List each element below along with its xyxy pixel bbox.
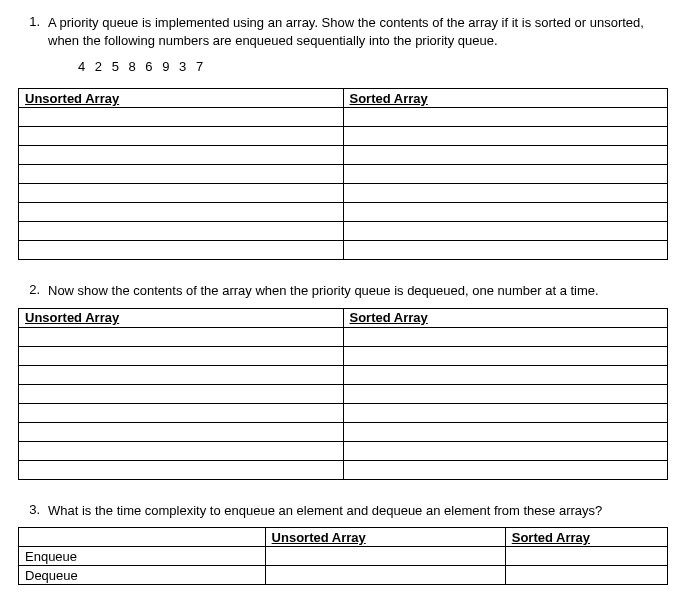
cell-unsorted [265,547,505,566]
table-row [19,222,668,241]
q2-table: Unsorted Array Sorted Array [18,308,668,480]
cell-unsorted [19,441,344,460]
header-unsorted: Unsorted Array [265,528,505,547]
cell-unsorted [19,165,344,184]
cell-unsorted [19,146,344,165]
cell-unsorted [19,460,344,479]
question-1-numbers: 4 2 5 8 6 9 3 7 [78,59,668,74]
question-1-text: A priority queue is implemented using an… [48,14,668,49]
table-row [19,384,668,403]
table-row [19,241,668,260]
question-1: 1. A priority queue is implemented using… [18,14,668,49]
table-row [19,127,668,146]
cell-unsorted [19,108,344,127]
table-row [19,365,668,384]
question-2-text: Now show the contents of the array when … [48,282,668,300]
cell-sorted [343,108,668,127]
cell-sorted [343,203,668,222]
cell-sorted [343,222,668,241]
header-sorted: Sorted Array [343,308,668,327]
cell-unsorted [19,327,344,346]
question-3-text: What is the time complexity to enqueue a… [48,502,668,520]
table-row [19,460,668,479]
cell-unsorted [19,241,344,260]
question-3-number: 3. [18,502,48,520]
cell-sorted [343,384,668,403]
cell-sorted [343,403,668,422]
header-unsorted: Unsorted Array [19,308,344,327]
worksheet-page: 1. A priority queue is implemented using… [0,0,686,593]
cell-sorted [343,346,668,365]
table-row [19,165,668,184]
cell-unsorted [19,422,344,441]
cell-unsorted [19,365,344,384]
cell-sorted [343,365,668,384]
table-row [19,108,668,127]
table-row [19,327,668,346]
cell-sorted [343,422,668,441]
row-label-dequeue: Dequeue [19,566,266,585]
table-row [19,146,668,165]
table-row [19,422,668,441]
q3-table: Unsorted Array Sorted Array Enqueue Dequ… [18,527,668,585]
question-2-number: 2. [18,282,48,300]
question-2: 2. Now show the contents of the array wh… [18,282,668,300]
cell-sorted [343,165,668,184]
table-row: Dequeue [19,566,668,585]
q1-table: Unsorted Array Sorted Array [18,88,668,260]
cell-sorted [505,547,667,566]
table-header-row: Unsorted Array Sorted Array [19,528,668,547]
cell-sorted [343,184,668,203]
cell-sorted [343,127,668,146]
table-row [19,346,668,365]
cell-unsorted [19,203,344,222]
table-header-row: Unsorted Array Sorted Array [19,89,668,108]
question-3: 3. What is the time complexity to enqueu… [18,502,668,520]
cell-sorted [343,460,668,479]
cell-unsorted [265,566,505,585]
cell-sorted [343,327,668,346]
question-1-number: 1. [18,14,48,49]
cell-unsorted [19,403,344,422]
table-row [19,184,668,203]
cell-unsorted [19,127,344,146]
row-label-enqueue: Enqueue [19,547,266,566]
header-empty [19,528,266,547]
table-row [19,441,668,460]
cell-unsorted [19,384,344,403]
table-row [19,203,668,222]
cell-unsorted [19,346,344,365]
table-row [19,403,668,422]
cell-unsorted [19,222,344,241]
table-row: Enqueue [19,547,668,566]
header-sorted: Sorted Array [343,89,668,108]
cell-sorted [343,241,668,260]
header-sorted: Sorted Array [505,528,667,547]
cell-sorted [505,566,667,585]
table-header-row: Unsorted Array Sorted Array [19,308,668,327]
cell-sorted [343,146,668,165]
header-unsorted: Unsorted Array [19,89,344,108]
cell-sorted [343,441,668,460]
cell-unsorted [19,184,344,203]
